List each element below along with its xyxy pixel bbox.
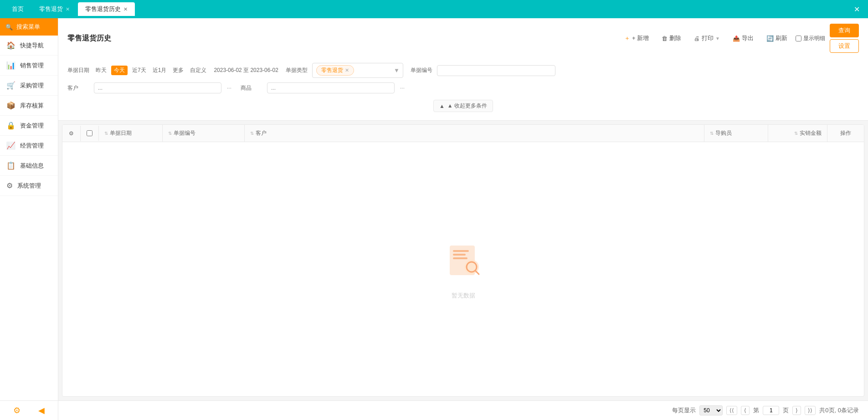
sort-billno-icon[interactable]: ⇅ — [168, 131, 172, 136]
top-bar: 首页 零售退货 ✕ 零售退货历史 ✕ ✕ — [0, 0, 868, 18]
add-button[interactable]: ＋ + 新增 — [621, 32, 652, 44]
sidebar: 🔍 搜索菜单 🏠 快捷导航 📊 销售管理 🛒 采购管理 📦 库存核算 🔒 — [0, 18, 58, 420]
bill-no-filter: 单据编号 — [411, 65, 555, 76]
main-layout: 🔍 搜索菜单 🏠 快捷导航 📊 销售管理 🛒 采购管理 📦 库存核算 🔒 — [0, 18, 868, 420]
date-options: 昨天 今天 近7天 近1月 更多 自定义 — [94, 66, 208, 75]
finance-icon: 🔒 — [6, 121, 15, 130]
bill-type-chip-remove[interactable]: ✕ — [345, 67, 349, 73]
pagination: 每页显示 20 50 100 ⟨⟨ ⟨ 第 页 ⟩ ⟩⟩ 共0页, 0条记录 — [58, 400, 868, 420]
goods-input[interactable] — [267, 82, 395, 93]
collapse-button[interactable]: ▲ ▲ 收起更多条件 — [433, 100, 493, 112]
sidebar-item-operations[interactable]: 📈 经营管理 — [0, 136, 58, 156]
export-button[interactable]: 📤 导出 — [729, 32, 757, 44]
column-settings-icon[interactable]: ⚙ — [69, 130, 74, 137]
sort-guide-icon[interactable]: ⇅ — [710, 131, 714, 136]
tab-close-retail-return[interactable]: ✕ — [66, 6, 70, 12]
display-detail-label[interactable]: 显示明细 — [803, 35, 825, 42]
goods-ellipsis-icon[interactable]: ··· — [398, 83, 406, 93]
goods-label: 商品 — [241, 84, 263, 92]
sidebar-item-basic-info[interactable]: 📋 基础信息 — [0, 156, 58, 176]
page-label: 第 — [753, 406, 759, 415]
date-opt-7days[interactable]: 近7天 — [130, 66, 148, 75]
filter-row-1: 单据日期 昨天 今天 近7天 近1月 更多 自定义 2023-06-02 至 2… — [67, 63, 859, 78]
date-filter: 单据日期 昨天 今天 近7天 近1月 更多 自定义 2023-06-02 至 2… — [67, 66, 278, 75]
toolbar-actions: ＋ + 新增 🗑 删除 🖨 打印 ▼ 📤 — [621, 32, 791, 44]
print-icon: 🖨 — [694, 35, 700, 42]
purchase-icon: 🛒 — [6, 81, 15, 90]
date-opt-today[interactable]: 今天 — [111, 66, 128, 75]
search-menu-button[interactable]: 🔍 搜索菜单 — [0, 18, 58, 36]
tab-list: 首页 零售退货 ✕ 零售退货历史 ✕ — [5, 2, 850, 16]
query-button[interactable]: 查询 — [830, 24, 859, 37]
bill-type-select[interactable]: 零售退货 ✕ — [312, 63, 403, 78]
sort-customer-icon[interactable]: ⇅ — [250, 131, 254, 136]
sidebar-item-inventory[interactable]: 📦 库存核算 — [0, 96, 58, 116]
sidebar-item-finance[interactable]: 🔒 资金管理 — [0, 116, 58, 136]
basic-info-icon: 📋 — [6, 161, 15, 170]
page-number-input[interactable] — [763, 406, 779, 415]
sidebar-items: 🏠 快捷导航 📊 销售管理 🛒 采购管理 📦 库存核算 🔒 资金管理 📈 — [0, 36, 58, 400]
customer-ellipsis-icon[interactable]: ··· — [225, 83, 233, 93]
collapse-sidebar-button[interactable]: ◀ — [38, 405, 45, 415]
sidebar-item-sales[interactable]: 📊 销售管理 — [0, 56, 58, 76]
tab-retail-return[interactable]: 零售退货 ✕ — [32, 2, 77, 16]
search-icon: 🔍 — [5, 24, 13, 31]
collapse-arrow-icon: ▲ — [439, 103, 445, 109]
filter-row-2: 客户 ··· 商品 ··· — [67, 82, 859, 93]
sidebar-item-system[interactable]: ⚙ 系统管理 — [0, 176, 58, 196]
settings-gear-button[interactable]: ⚙ — [13, 405, 21, 415]
inventory-icon: 📦 — [6, 101, 15, 110]
tab-close-retail-return-history[interactable]: ✕ — [123, 6, 128, 12]
th-customer: ⇅ 客户 — [245, 125, 704, 142]
tab-retail-return-history[interactable]: 零售退货历史 ✕ — [78, 2, 135, 16]
display-detail-checkbox[interactable] — [796, 36, 801, 41]
settings-button[interactable]: 设置 — [830, 39, 859, 53]
date-opt-yesterday[interactable]: 昨天 — [94, 66, 108, 75]
next-page-button[interactable]: ⟩ — [792, 406, 801, 415]
refresh-button[interactable]: 🔄 刷新 — [763, 32, 791, 44]
date-opt-custom[interactable]: 自定义 — [188, 66, 208, 75]
customer-input[interactable] — [94, 82, 221, 93]
date-opt-1month[interactable]: 近1月 — [151, 66, 169, 75]
delete-button[interactable]: 🗑 删除 — [658, 32, 685, 44]
bill-type-chip: 零售退货 ✕ — [316, 65, 354, 76]
window-close-button[interactable]: ✕ — [850, 3, 863, 15]
search-menu-label: 搜索菜单 — [16, 23, 40, 31]
date-opt-more[interactable]: 更多 — [171, 66, 185, 75]
svg-rect-1 — [453, 250, 469, 252]
print-button[interactable]: 🖨 打印 ▼ — [690, 32, 724, 44]
sort-amount-icon[interactable]: ⇅ — [794, 131, 798, 136]
prev-page-button[interactable]: ⟨ — [741, 406, 750, 415]
th-bill-no: ⇅ 单据编号 — [163, 125, 245, 142]
empty-text: 暂无数据 — [452, 292, 475, 300]
bill-type-filter: 单据类型 零售退货 ✕ ▼ — [286, 63, 403, 78]
bill-no-input[interactable] — [437, 65, 555, 76]
th-guide: ⇅ 导购员 — [704, 125, 768, 142]
sidebar-item-quick-nav[interactable]: 🏠 快捷导航 — [0, 36, 58, 56]
th-settings[interactable]: ⚙ — [62, 126, 81, 141]
date-range-text: 2023-06-02 至 2023-06-02 — [214, 67, 278, 74]
select-all-checkbox[interactable] — [87, 130, 92, 136]
bill-type-select-wrap: 零售退货 ✕ ▼ — [312, 63, 403, 78]
tab-home[interactable]: 首页 — [5, 2, 31, 16]
sort-date-icon[interactable]: ⇅ — [104, 131, 108, 136]
toolbar: ＋ + 新增 🗑 删除 🖨 打印 ▼ 📤 — [621, 24, 859, 53]
last-page-button[interactable]: ⟩⟩ — [805, 406, 816, 415]
home-icon: 🏠 — [6, 41, 15, 50]
svg-rect-3 — [453, 257, 467, 259]
export-icon: 📤 — [733, 35, 740, 42]
page-title-bar: 零售退货历史 ＋ + 新增 🗑 删除 🖨 打印 — [67, 24, 859, 53]
filters: 单据日期 昨天 今天 近7天 近1月 更多 自定义 2023-06-02 至 2… — [67, 58, 859, 120]
add-icon: ＋ — [624, 34, 630, 42]
per-page-select[interactable]: 20 50 100 — [699, 405, 723, 415]
operations-icon: 📈 — [6, 141, 15, 150]
first-page-button[interactable]: ⟨⟨ — [726, 406, 737, 415]
print-dropdown-icon: ▼ — [715, 36, 720, 41]
query-settings-actions: 查询 设置 — [830, 24, 859, 53]
svg-line-6 — [476, 271, 479, 274]
sidebar-item-purchase[interactable]: 🛒 采购管理 — [0, 76, 58, 96]
bill-type-label: 单据类型 — [286, 67, 308, 74]
system-icon: ⚙ — [6, 181, 13, 190]
sidebar-bottom: ⚙ ◀ — [0, 400, 58, 420]
empty-state: 暂无数据 — [62, 142, 864, 396]
